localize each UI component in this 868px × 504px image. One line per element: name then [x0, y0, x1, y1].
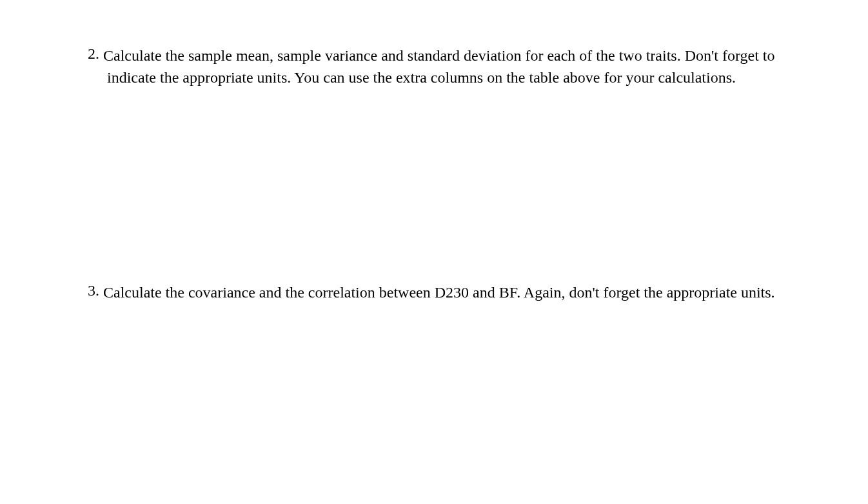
question-number: 2. [88, 45, 103, 88]
question-text: Calculate the sample mean, sample varian… [103, 45, 804, 88]
question-number: 3. [88, 282, 103, 304]
question-item: 3. Calculate the covariance and the corr… [88, 282, 804, 304]
question-text: Calculate the covariance and the correla… [103, 282, 775, 304]
question-item: 2. Calculate the sample mean, sample var… [88, 45, 804, 88]
